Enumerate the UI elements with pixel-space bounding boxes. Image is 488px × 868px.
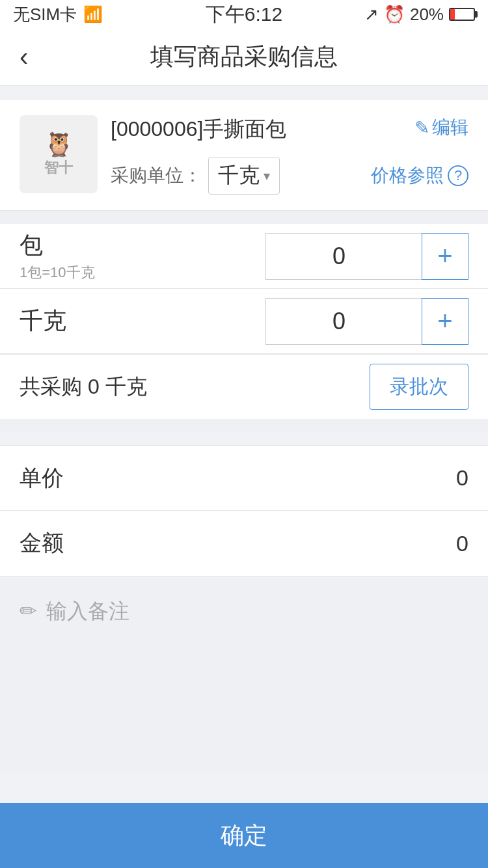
- dropdown-arrow-icon: ▾: [264, 168, 270, 183]
- amount-label: 金额: [20, 528, 64, 558]
- kg-label: 千克: [20, 305, 124, 337]
- kg-input-row: 千克 +: [0, 289, 488, 354]
- unit-label: 采购单位：: [111, 163, 202, 188]
- owl-icon: 🦉: [44, 131, 74, 158]
- unit-dropdown[interactable]: 千克 ▾: [208, 157, 280, 195]
- bag-label: 包: [20, 230, 124, 262]
- kg-input-controls: +: [265, 298, 468, 345]
- product-header: [0000006]手撕面包 ✎ 编辑: [111, 115, 468, 144]
- logo-text: 智十: [44, 158, 73, 178]
- unit-price-row: 单价 0: [0, 446, 488, 511]
- kg-plus-button[interactable]: +: [422, 298, 468, 345]
- bag-label-group: 包 1包=10千克: [20, 230, 124, 282]
- location-icon: ↗: [364, 5, 379, 25]
- bag-input-row: 包 1包=10千克 +: [0, 224, 488, 289]
- alarm-icon: ⏰: [384, 5, 405, 25]
- price-ref-label: 价格参照: [371, 163, 444, 188]
- back-button[interactable]: ‹: [20, 42, 28, 72]
- bag-plus-icon: +: [437, 241, 452, 271]
- bag-input-controls: +: [265, 233, 468, 280]
- confirm-button[interactable]: 确定: [0, 803, 488, 868]
- edit-label: 编辑: [432, 115, 468, 140]
- kg-label-group: 千克: [20, 305, 124, 337]
- product-unit-row: 采购单位： 千克 ▾ 价格参照 ?: [111, 157, 468, 195]
- product-card: 🦉 智十 [0000006]手撕面包 ✎ 编辑 采购单位： 千克 ▾ 价格参照 …: [0, 99, 488, 211]
- section-divider-1: [0, 211, 488, 224]
- amount-row: 金额 0: [0, 511, 488, 576]
- battery-label: 20%: [410, 5, 444, 25]
- notes-section[interactable]: ✏ 输入备注: [0, 578, 488, 773]
- unit-price-label: 单价: [20, 463, 64, 493]
- wifi-icon: 📶: [83, 5, 103, 23]
- status-left: 无SIM卡 📶: [13, 3, 103, 26]
- battery-bar: [449, 8, 475, 21]
- edit-button[interactable]: ✎ 编辑: [414, 115, 468, 140]
- summary-text: 共采购 0 千克: [20, 373, 147, 401]
- product-name: [0000006]手撕面包: [111, 115, 286, 144]
- product-info: [0000006]手撕面包 ✎ 编辑 采购单位： 千克 ▾ 价格参照 ?: [111, 115, 468, 195]
- notes-pencil-icon: ✏: [20, 599, 37, 623]
- product-logo: 🦉 智十: [44, 131, 74, 178]
- product-image: 🦉 智十: [20, 115, 98, 193]
- unit-value: 千克: [218, 161, 260, 190]
- unit-selector: 采购单位： 千克 ▾: [111, 157, 280, 195]
- battery-fill: [450, 9, 455, 20]
- status-bar: 无SIM卡 📶 下午6:12 ↗ ⏰ 20%: [0, 0, 488, 29]
- status-right: ↗ ⏰ 20%: [364, 5, 475, 25]
- section-divider-2: [0, 419, 488, 432]
- status-time: 下午6:12: [206, 1, 282, 28]
- help-icon: ?: [448, 165, 468, 186]
- bag-sub-label: 1包=10千克: [20, 263, 124, 282]
- amount-value: 0: [456, 531, 468, 556]
- bag-plus-button[interactable]: +: [422, 233, 468, 280]
- notes-placeholder: 输入备注: [46, 597, 129, 626]
- price-ref-button[interactable]: 价格参照 ?: [371, 163, 468, 188]
- page-title: 填写商品采购信息: [150, 41, 338, 73]
- edit-icon: ✎: [414, 117, 429, 139]
- nav-bar: ‹ 填写商品采购信息: [0, 29, 488, 86]
- carrier-label: 无SIM卡: [13, 3, 77, 26]
- batch-button[interactable]: 录批次: [370, 364, 468, 410]
- bag-quantity-input[interactable]: [265, 233, 422, 280]
- kg-plus-icon: +: [437, 306, 452, 336]
- unit-price-value: 0: [456, 465, 468, 491]
- summary-row: 共采购 0 千克 录批次: [0, 354, 488, 419]
- input-section: 包 1包=10千克 + 千克 +: [0, 224, 488, 354]
- kg-quantity-input[interactable]: [265, 298, 422, 345]
- price-section: 单价 0 金额 0: [0, 445, 488, 576]
